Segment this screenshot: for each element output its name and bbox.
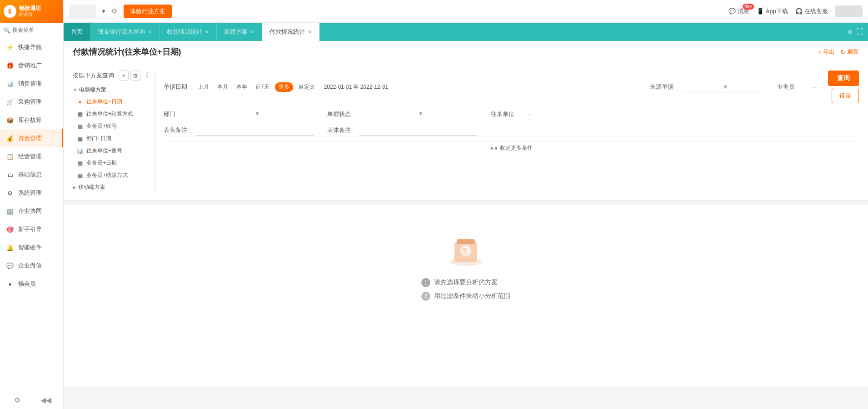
sidebar-item-guide[interactable]: 🎯 新手引导 (0, 220, 63, 238)
scheme-item-staff-account[interactable]: ▦ 业务员+账号 (73, 120, 149, 132)
query-button[interactable]: 查询 (828, 71, 859, 86)
date-btn-this-month[interactable]: 本月 (215, 82, 231, 92)
group-label-text: 移动端方案 (78, 183, 105, 191)
tab-close-icon[interactable]: ✕ (308, 29, 312, 35)
sidebar-item-purchase[interactable]: 🛒 采购管理 (0, 93, 63, 111)
tab-home[interactable]: 首页 (64, 23, 90, 41)
sidebar-item-label: 企业协同 (18, 207, 42, 215)
purchase-icon: 🛒 (5, 97, 15, 106)
sidebar-item-inventory[interactable]: 📦 库存核算 (0, 111, 63, 129)
staff-input[interactable]: ··· (813, 83, 818, 91)
export-button[interactable]: ↑ 导出 (818, 48, 835, 56)
date-field: 上月 本月 本年 近7天 更多 自定义 2022-01-01 至 2022-12… (195, 82, 636, 92)
sidebar-item-label: 系统管理 (18, 189, 42, 197)
refresh-button[interactable]: ↻ 刷新 (840, 48, 859, 56)
scheme-item-dept-date[interactable]: ▦ 部门+日期 (73, 132, 149, 145)
tab-receipt-stats[interactable]: 收款情况统计 ✕ (160, 23, 217, 41)
scheme-group-desktop-label[interactable]: ▼ 电脑端方案 (73, 84, 149, 96)
topbar-settings-icon[interactable]: ⚙ (111, 7, 117, 15)
service-label: 在线客服 (804, 7, 828, 15)
dept-select[interactable]: ▼ (195, 109, 314, 119)
scheme-item-staff-date[interactable]: ▦ 业务员+日期 (73, 157, 149, 169)
trial-button[interactable]: 体验行业方案 (124, 5, 172, 18)
sidebar-item-operations[interactable]: 📋 经营管理 (0, 147, 63, 166)
scheme-item-unit-date[interactable]: ● 往来单位+日期 (73, 96, 149, 108)
sidebar-header: 6 畅捷通坊 标准版 (0, 0, 63, 23)
filter-row-2: 部门 ▼ 单据状态 ▼ 往来单位 ··· (164, 109, 859, 119)
sidebar-item-marketing[interactable]: 🎁 营销推广 (0, 56, 63, 75)
company-dropdown[interactable]: ▼ (101, 8, 106, 15)
app-download-action[interactable]: 📱 App下载 (757, 7, 788, 15)
messages-action[interactable]: 💬 消息 99+ (728, 7, 749, 15)
topbar: ▼ ⚙ 体验行业方案 💬 消息 99+ 📱 App下载 🎧 在线客服 (64, 0, 868, 23)
sidebar-item-label: 快捷导航 (18, 43, 42, 51)
scheme-settings-btn[interactable]: ⚙ (130, 71, 140, 81)
page-title: 付款情况统计(往来单位+日期) (73, 46, 181, 57)
scheme-toolbar-label: 按以下方案查询 (73, 71, 117, 80)
tab-payment-stats[interactable]: 付款情况统计 ✕ (262, 23, 319, 41)
scheme-item-unit-account[interactable]: 📊 往来单位+账号 (73, 145, 149, 157)
date-btn-more[interactable]: 更多 (275, 82, 293, 92)
scheme-group-mobile: ▶ 移动端方案 (73, 182, 149, 193)
tab-close-icon[interactable]: ✕ (250, 29, 254, 35)
tab-close-icon[interactable]: ✕ (205, 29, 209, 35)
sidebar-item-label: 营销推广 (18, 61, 42, 70)
body-note-input[interactable] (359, 125, 477, 136)
marketing-icon: 🎁 (5, 61, 15, 70)
sidebar-item-system[interactable]: ⚙ 系统管理 (0, 184, 63, 202)
sidebar-item-enterprise[interactable]: 🏢 企业协同 (0, 202, 63, 220)
source-label: 来源单据 (650, 83, 682, 91)
tab-close-icon[interactable]: ✕ (148, 29, 152, 35)
date-btn-last-month[interactable]: 上月 (195, 82, 212, 92)
sidebar-item-wechat[interactable]: 💬 企业微信 (0, 257, 63, 275)
footer-settings-btn[interactable]: ⚙ (5, 396, 30, 404)
sidebar-item-finance[interactable]: 💰 资金管理 (0, 129, 63, 147)
tab-maximize-icon[interactable]: ⛶ (856, 28, 863, 36)
search-menu[interactable]: 🔍 搜索菜单 (0, 23, 63, 38)
source-dropdown-icon: ▼ (723, 84, 763, 90)
header-note-input[interactable] (195, 125, 314, 136)
collapse-button[interactable]: ∧∧ 收起更多条件 (490, 144, 533, 152)
collapse-bar: ∧∧ 收起更多条件 (164, 141, 859, 155)
unit-input[interactable]: ··· (526, 111, 532, 118)
user-avatar[interactable] (835, 5, 863, 17)
source-select[interactable]: ▼ (682, 82, 763, 92)
tab-label: 现金银行流水查询 (98, 28, 145, 36)
sidebar-item-label: 库存核算 (18, 116, 42, 124)
service-icon: 🎧 (795, 8, 803, 15)
scheme-collapse-btn[interactable]: 《 (142, 71, 149, 80)
scheme-add-btn[interactable]: + (119, 71, 129, 81)
settings-button[interactable]: 设置 (832, 89, 859, 103)
date-btn-last-7-days[interactable]: 近7天 (253, 82, 272, 92)
sidebar-nav: ⚡ 快捷导航 🎁 营销推广 📊 销售管理 🛒 采购管理 📦 库存核算 💰 资金管… (0, 38, 63, 391)
scheme-item-icon: ▦ (76, 111, 84, 118)
scheme-group-mobile-label[interactable]: ▶ 移动端方案 (73, 182, 149, 193)
empty-step-1: 1 请先选择要分析的方案 (421, 278, 510, 287)
tab-bank-flow[interactable]: 现金银行流水查询 ✕ (90, 23, 160, 41)
date-btn-custom[interactable]: 自定义 (296, 82, 318, 92)
refresh-icon: ↻ (840, 49, 845, 56)
scheme-item-unit-settle[interactable]: ▦ 往来单位+结算方式 (73, 108, 149, 120)
sidebar-item-quick-nav[interactable]: ⚡ 快捷导航 (0, 38, 63, 56)
step-num-1: 1 (421, 278, 430, 287)
sidebar-item-hardware[interactable]: 🔔 智能硬件 (0, 238, 63, 257)
sidebar-item-basic-info[interactable]: 🗂 基础信息 (0, 166, 63, 184)
step-num-2: 2 (421, 292, 430, 301)
tab-close-all-icon[interactable]: ✕ (847, 28, 853, 36)
customer-service-action[interactable]: 🎧 在线客服 (795, 7, 828, 15)
scheme-item-label: 往来单位+结算方式 (86, 110, 133, 118)
tab-label: 付款情况统计 (269, 28, 305, 36)
scheme-item-icon: ▦ (76, 135, 84, 142)
sidebar-subtitle: 标准版 (19, 11, 41, 18)
footer-collapse-btn[interactable]: ◀◀ (34, 396, 59, 404)
scheme-item-staff-settle[interactable]: ▦ 业务员+结算方式 (73, 169, 149, 182)
scheme-item-icon: ▦ (76, 160, 84, 167)
date-btn-this-year[interactable]: 本年 (234, 82, 250, 92)
sidebar-item-member[interactable]: ♦ 畅会员 (0, 275, 63, 293)
tab-new-scheme[interactable]: 新建方案 ✕ (217, 23, 262, 41)
messages-badge: 99+ (743, 4, 754, 10)
staff-label: 业务员 (777, 83, 809, 91)
voucher-status-select[interactable]: ▼ (359, 109, 477, 119)
sidebar-item-sales[interactable]: 📊 销售管理 (0, 75, 63, 93)
sidebar-brand: 畅捷通坊 标准版 (19, 5, 41, 18)
